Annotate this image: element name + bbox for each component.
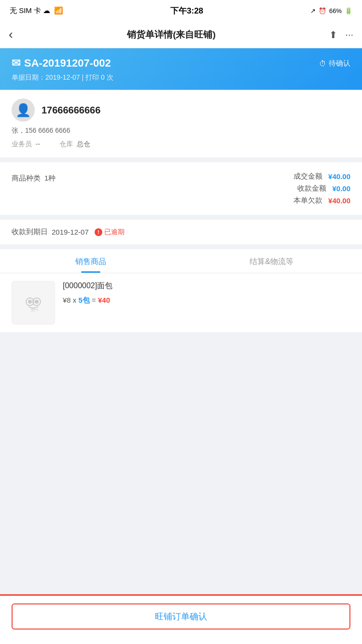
price-separator: x <box>73 296 79 304</box>
tab-settlement-logistics[interactable]: 结算&物流等 <box>181 249 362 273</box>
order-status-text: 待确认 <box>329 59 350 68</box>
received-value: ¥0.00 <box>332 184 350 193</box>
nav-actions: ⬆ ··· <box>315 29 353 41</box>
product-name: [0000002]面包 <box>63 281 350 291</box>
location-icon: ↗ <box>310 7 316 14</box>
amount-value: ¥40.00 <box>328 172 350 181</box>
more-icon[interactable]: ··· <box>345 29 353 40</box>
product-details: [0000002]面包 ¥8 x 5包 = ¥40 <box>63 281 350 305</box>
product-price: ¥8 x 5包 = ¥40 <box>63 296 350 305</box>
type-value: 1种 <box>44 174 56 183</box>
summary-section: 商品种类 1种 成交金额 ¥40.00 收款金额 ¥0.00 本单欠款 ¥40.… <box>0 162 362 215</box>
amount-label: 成交金额 <box>293 172 322 181</box>
status-bar: 无 SIM 卡 ☁ 📶 下午3:28 ↗ ⏰ 66% 🔋 <box>0 0 362 21</box>
page-title: 销货单详情(来自旺铺) <box>28 28 315 41</box>
no-sim-text: 无 SIM 卡 ☁ <box>10 6 50 15</box>
order-status: ⏱ 待确认 <box>319 59 350 68</box>
product-image: 野+ <box>12 281 55 324</box>
alarm-icon: ⏰ <box>319 7 326 14</box>
status-clock-icon: ⏱ <box>319 59 326 68</box>
bottom-spacer <box>0 337 362 434</box>
order-id-row: ✉ SA-20191207-002 ⏱ 待确认 <box>12 57 350 70</box>
equals-sign: = <box>92 296 98 304</box>
product-logo: 野+ <box>21 293 45 312</box>
avatar-icon: 👤 <box>15 103 31 118</box>
svg-text:野+: 野+ <box>31 307 39 312</box>
back-button[interactable]: ‹ <box>9 27 28 42</box>
unit-price: ¥8 <box>63 296 71 304</box>
amount-list: 成交金额 ¥40.00 收款金额 ¥0.00 本单欠款 ¥40.00 <box>293 172 350 205</box>
bottom-button-wrap: 旺铺订单确认 <box>0 594 362 644</box>
order-id: ✉ SA-20191207-002 <box>12 57 111 70</box>
tab-sales-products[interactable]: 销售商品 <box>0 249 181 273</box>
tabs-section: 销售商品 结算&物流等 野+ [0000002]面包 ¥8 x <box>0 249 362 332</box>
received-label: 收款金额 <box>297 184 326 193</box>
customer-phone: 17666666666 <box>42 105 100 116</box>
confirm-order-button[interactable]: 旺铺订单确认 <box>12 603 350 630</box>
transaction-amount-row: 成交金额 ¥40.00 <box>293 172 350 181</box>
debt-label: 本单欠款 <box>293 196 322 205</box>
warehouse-label: 仓库 总仓 <box>59 140 90 149</box>
svg-point-3 <box>35 300 39 304</box>
battery-icon: 🔋 <box>345 7 352 14</box>
status-right: ↗ ⏰ 66% 🔋 <box>310 7 352 14</box>
quantity: 5包 <box>79 296 90 304</box>
received-amount-row: 收款金额 ¥0.00 <box>297 184 350 193</box>
customer-name: 张，156 6666 6666 <box>12 126 350 135</box>
order-id-text: SA-20191207-002 <box>24 57 111 70</box>
debt-amount-row: 本单欠款 ¥40.00 <box>293 196 350 205</box>
wifi-icon: 📶 <box>54 6 63 15</box>
order-icon: ✉ <box>12 57 20 70</box>
due-date-section: 收款到期日 2019-12-07 ! 已逾期 <box>0 220 362 244</box>
product-item: 野+ [0000002]面包 ¥8 x 5包 = ¥40 <box>0 273 362 332</box>
salesperson-label: 业务员 -- <box>12 140 40 149</box>
overdue-text: 已逾期 <box>104 228 125 237</box>
status-time: 下午3:28 <box>170 5 203 16</box>
nav-bar: ‹ 销货单详情(来自旺铺) ⬆ ··· <box>0 21 362 48</box>
type-label: 商品种类 <box>12 174 41 183</box>
avatar: 👤 <box>12 98 35 122</box>
battery-text: 66% <box>329 7 342 14</box>
debt-value: ¥40.00 <box>328 196 350 205</box>
overdue-badge: ! 已逾期 <box>95 228 125 237</box>
overdue-icon: ! <box>95 228 102 236</box>
tabs-row: 销售商品 结算&物流等 <box>0 249 362 273</box>
product-type: 商品种类 1种 <box>12 172 56 183</box>
status-left: 无 SIM 卡 ☁ 📶 <box>10 6 63 15</box>
customer-meta: 业务员 -- 仓库 总仓 <box>12 140 350 149</box>
order-header: ✉ SA-20191207-002 ⏱ 待确认 单据日期：2019-12-07 … <box>0 48 362 90</box>
due-label: 收款到期日 <box>12 227 48 237</box>
svg-point-2 <box>28 300 32 304</box>
share-icon[interactable]: ⬆ <box>329 29 337 41</box>
customer-section: 👤 17666666666 张，156 6666 6666 业务员 -- 仓库 … <box>0 90 362 157</box>
due-date: 2019-12-07 <box>52 228 89 236</box>
customer-row: 👤 17666666666 <box>12 98 350 122</box>
total-price: ¥40 <box>98 296 110 304</box>
product-logo-svg: 野+ <box>21 293 45 312</box>
order-date: 单据日期：2019-12-07 | 打印 0 次 <box>12 73 350 82</box>
